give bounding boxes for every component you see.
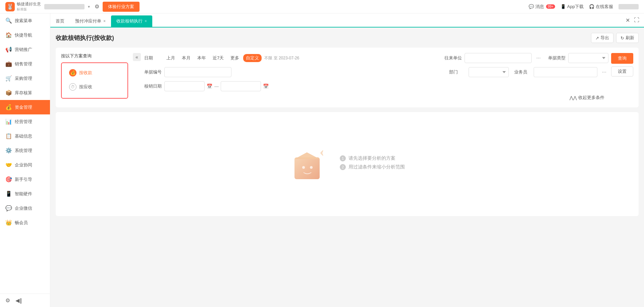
setting-button[interactable]: 设置 [611,66,633,76]
base-info-icon: 📋 [5,133,12,139]
export-icon: ↗ [595,36,599,41]
date-buttons: 上月 本月 本年 近7天 更多 自定义 [164,54,262,62]
svg-line-4 [321,151,323,152]
sidebar-item-marketing[interactable]: 📢 营销推广 [0,42,50,57]
sidebar-item-purchase[interactable]: 🛒 采购管理 [0,71,50,86]
app-download-button[interactable]: 📱 App下载 [560,4,584,10]
logo-icon: 🐰 [5,2,15,11]
filter-option-by-receipt[interactable]: 💰 按收款 [65,66,124,79]
sidebar-item-label: 库存核算 [15,90,32,96]
sidebar-item-guide[interactable]: 🎯 新手引导 [0,172,50,187]
tab-close-icon[interactable]: × [103,19,106,23]
sidebar-item-enterprise[interactable]: 🤝 企业协同 [0,158,50,172]
tab-bar-actions: ✕ ⛶ [624,13,644,27]
empty-text: 1 请先选择要分析的方案 2 用过滤条件来缩小分析范围 [340,155,405,173]
date-label: 日期 [144,55,161,61]
empty-state-container: 1 请先选择要分析的方案 2 用过滤条件来缩小分析范围 [56,112,639,216]
tab-expand-button[interactable]: ⛶ [633,16,641,24]
empty-hint-1: 1 请先选择要分析的方案 [340,155,405,161]
topbar-chevron-icon[interactable]: ▾ [88,4,90,9]
doc-type-select[interactable] [568,53,608,63]
staff-label: 业务员 [514,69,531,75]
export-button[interactable]: ↗ 导出 [591,33,613,43]
by-receivable-icon: ⏱ [69,83,76,91]
verify-date-end-input[interactable]: 2023-07-21 [221,81,261,91]
counterparty-input[interactable] [465,53,532,63]
collapse-up-icon: ⋀⋀ [570,95,577,100]
collapse-panel-button[interactable]: « [133,53,141,61]
industry-solution-button[interactable]: 体验行业方案 [103,2,140,12]
sidebar-item-label: 新手引导 [15,176,32,183]
sidebar-item-sales[interactable]: 💼 销售管理 [0,57,50,71]
message-button[interactable]: 💬 消息 99+ [529,4,555,10]
sidebar-item-quick-nav[interactable]: 🏠 快捷导航 [0,28,50,42]
refresh-button[interactable]: ↻ 刷新 [616,33,639,43]
svg-line-6 [321,154,323,155]
main-layout: 🔍 搜索菜单 🏠 快捷导航 📢 营销推广 💼 销售管理 🛒 采购管理 📦 库存核… [0,13,644,307]
last-7days-btn[interactable]: 近7天 [210,54,226,62]
sidebar-item-finance[interactable]: 💰 资金管理 [0,100,50,114]
staff-more-icon[interactable]: ··· [600,69,608,75]
empty-hint-1-text: 请先选择要分析的方案 [348,155,395,161]
tab-prepayment[interactable]: 预付冲应付单 × [70,15,111,27]
sidebar-item-label: 基础信息 [15,133,32,139]
sidebar-item-inventory[interactable]: 📦 库存核算 [0,86,50,100]
calendar-start-icon[interactable]: 📅 [207,84,212,89]
this-month-btn[interactable]: 本月 [179,54,193,62]
doc-no-input[interactable] [164,67,231,77]
sidebar-item-label: 智能硬件 [15,191,32,197]
empty-num-2: 2 [340,164,346,170]
sidebar-item-vip[interactable]: 👑 畅会员 [0,215,50,230]
tab-close-icon[interactable]: × [145,19,147,23]
inventory-icon: 📦 [5,90,12,96]
doc-type-field: 单据类型 [548,53,608,63]
guide-icon: 🎯 [5,176,12,183]
sidebar-item-hardware[interactable]: 📱 智能硬件 [0,187,50,201]
calendar-end-icon[interactable]: 📅 [263,84,269,89]
filter-option-by-receivable[interactable]: ⏱ 按应收 [65,81,124,93]
verify-date-field: 核销日期 2023-03-01 📅 — 2023-07-21 📅 [144,81,269,91]
sidebar-item-system[interactable]: ⚙️ 系统管理 [0,143,50,158]
message-badge: 99+ [546,4,555,9]
empty-illustration [289,146,326,183]
page-title: 收款核销执行(按收款) [56,34,114,42]
verify-date-label: 核销日期 [144,83,162,89]
empty-num-1: 1 [340,155,346,161]
counterparty-more-icon[interactable]: ··· [534,55,543,61]
app-download-label: App下载 [567,4,584,10]
purchase-icon: 🛒 [5,75,12,82]
sidebar-item-label: 资金管理 [15,104,32,110]
staff-input[interactable] [534,67,597,77]
empty-state-content: 1 请先选择要分析的方案 2 用过滤条件来缩小分析范围 [289,146,405,183]
dept-select[interactable] [469,67,509,77]
marketing-icon: 📢 [5,46,12,53]
sidebar-item-wechat[interactable]: 💬 企业微信 [0,201,50,215]
sidebar-settings-icon[interactable]: ⚙ [5,297,10,304]
sidebar-collapse-icon[interactable]: ◀‖ [15,297,22,304]
collapse-more-button[interactable]: ⋀⋀ 收起更多条件 [566,93,608,102]
sidebar-item-base-info[interactable]: 📋 基础信息 [0,129,50,143]
filter-right: 日期 上月 本月 本年 近7天 更多 自定义 不限 至 2023-07-26 [144,53,633,102]
tab-receipt-verify[interactable]: 收款核销执行 × [111,15,152,27]
collapse-more-label: 收起更多条件 [578,95,604,101]
sidebar-item-search-menu[interactable]: 🔍 搜索菜单 [0,13,50,28]
filter-row-2: 单据编号 部门 业务员 [144,67,608,77]
date-separator: — [214,84,219,89]
quick-nav-icon: 🏠 [5,32,12,38]
custom-date-btn[interactable]: 自定义 [243,54,262,62]
query-button[interactable]: 查询 [611,53,633,64]
tab-home[interactable]: 首页 [50,15,70,27]
tab-prepayment-label: 预付冲应付单 [75,18,101,24]
this-year-btn[interactable]: 本年 [195,54,209,62]
sidebar-item-label: 畅会员 [15,220,28,226]
filter-section: 按以下方案查询 💰 按收款 ⏱ 按应收 « [56,48,639,107]
more-date-btn[interactable]: 更多 [228,54,242,62]
last-month-btn[interactable]: 上月 [164,54,178,62]
settings-icon[interactable]: ⚙ [95,3,99,10]
online-service-button[interactable]: 🎧 在线客服 [589,4,613,10]
tab-close-button[interactable]: ✕ [624,16,631,25]
verify-date-start-input[interactable]: 2023-03-01 [164,81,205,91]
empty-hint-2-text: 用过滤条件来缩小分析范围 [348,164,405,170]
empty-hint-2: 2 用过滤条件来缩小分析范围 [340,164,405,170]
sidebar-item-operation[interactable]: 📊 经营管理 [0,114,50,129]
